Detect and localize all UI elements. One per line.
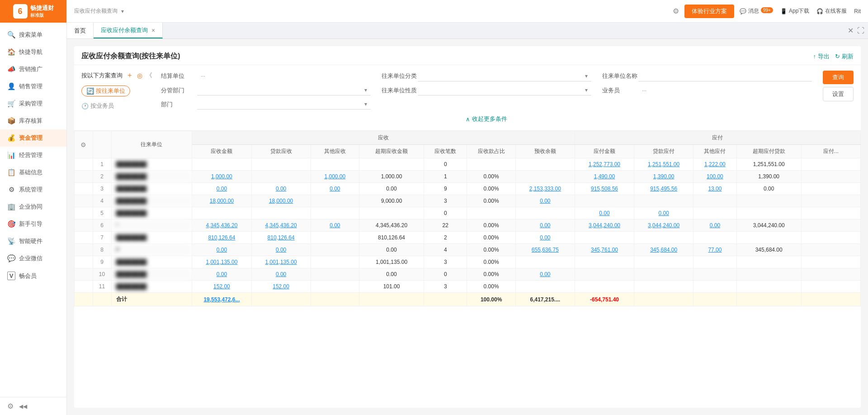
row-ap-other: 100.00: [693, 171, 736, 183]
app-download-button[interactable]: 📱 App下载: [780, 7, 809, 15]
export-button[interactable]: ↑ 导出: [813, 52, 830, 61]
salesperson-dots[interactable]: ···: [638, 86, 812, 95]
sidebar-item-marketing[interactable]: 📣 营销推广: [0, 61, 66, 78]
settlement-unit-dots[interactable]: ···: [197, 71, 371, 81]
row-ar-overdue: 1,000.00: [359, 171, 424, 183]
row-unit: P: [111, 244, 192, 256]
sidebar-item-label: 搜索菜单: [19, 31, 42, 39]
row-ar-other: [311, 281, 359, 293]
row-ar-loan: [251, 207, 311, 219]
tab-close-all-icon[interactable]: ✕: [848, 26, 854, 35]
sidebar-item-basic-info[interactable]: 📋 基础信息: [0, 164, 66, 181]
scheme-by-staff[interactable]: 🕐 按业务员: [81, 102, 154, 110]
table-row: 8 P 0.00 0.00 0.00 4 0.00% 655,636.75 34…: [75, 244, 861, 256]
row-ar-prepay: [515, 171, 575, 183]
seq-header: [93, 131, 111, 158]
unit-nature-label: 往来单位性质: [382, 86, 418, 95]
header-settings-icon[interactable]: ⚙: [673, 7, 679, 15]
page-header: 应收应付余额查询(按往来单位) ↑ 导出 ↻ 刷新: [74, 46, 861, 65]
scheme-by-unit[interactable]: 🔄 按往来单位: [81, 86, 130, 96]
row-ar-prepay: 0.00: [515, 232, 575, 244]
refresh-icon: ↻: [835, 53, 840, 60]
row-ap-col: [801, 268, 860, 281]
filter-add-icon[interactable]: ＋: [126, 71, 133, 80]
footer-settings-icon[interactable]: ⚙: [7, 402, 14, 410]
messages-button[interactable]: 💬 消息 99+: [740, 7, 773, 15]
unit-name-input[interactable]: [638, 71, 812, 81]
unit-category-chevron-icon: ▾: [585, 73, 588, 79]
row-ap-col: [801, 232, 860, 244]
row-ap-other: 13.00: [693, 183, 736, 195]
tab-close-icon[interactable]: ×: [151, 27, 155, 34]
table-container[interactable]: ⚙ 往来单位 应收 应付 应收金额 贷款应收 其他应收 超期应收金额 应收笔数 …: [74, 131, 861, 408]
row-unit: ████████: [111, 171, 192, 183]
tab-balance-query[interactable]: 应收应付余额查询 ×: [94, 23, 163, 38]
row-ar-overdue: 4,345,436.20: [359, 219, 424, 232]
industry-solution-button[interactable]: 体验行业方案: [684, 5, 734, 18]
dept-manager-select[interactable]: ▾: [197, 85, 371, 95]
ar-overdue-header: 超期应收金额: [359, 145, 424, 158]
row-ar-amount: [192, 158, 251, 171]
sidebar-item-enterprise[interactable]: 🏢 企业协同: [0, 198, 66, 215]
sidebar-item-finance[interactable]: 💰 资金管理: [0, 129, 66, 147]
row-settings: [75, 232, 93, 244]
filter-collapse-icon[interactable]: 《: [146, 72, 152, 80]
department-select[interactable]: ▾: [197, 99, 371, 110]
setting-button[interactable]: 设置: [823, 87, 854, 101]
sidebar-item-purchase[interactable]: 🛒 采购管理: [0, 95, 66, 112]
sidebar-item-operation[interactable]: 📊 经营管理: [0, 147, 66, 164]
sidebar-item-sales[interactable]: 👤 销售管理: [0, 78, 66, 95]
sidebar-item-wechat[interactable]: 💬 企业微信: [0, 250, 66, 267]
sidebar-item-quick-nav[interactable]: 🏠 快捷导航: [0, 43, 66, 61]
tab-home[interactable]: 首页: [67, 23, 94, 38]
sidebar-item-smart-hw[interactable]: 📡 智能硬件: [0, 233, 66, 250]
breadcrumb-chevron-icon[interactable]: ▾: [121, 8, 124, 14]
collapse-more-button[interactable]: ∧ 收起更多条件: [161, 113, 812, 125]
online-service-button[interactable]: 🎧 在线客服: [816, 7, 847, 15]
sidebar-item-label: 基础信息: [19, 168, 42, 176]
footer-ar-other: [311, 293, 359, 306]
row-seq: 1: [93, 158, 111, 171]
row-ap-loan: [634, 268, 693, 281]
row-ap-amount: [575, 268, 634, 281]
sidebar-item-search-menu[interactable]: 🔍 搜索菜单: [0, 26, 66, 43]
row-unit: ████████: [111, 281, 192, 293]
page-container: 应收应付余额查询(按往来单位) ↑ 导出 ↻ 刷新 按以下方案查询: [74, 46, 861, 408]
table-footer-row: 合计 19,553,472,6... 100.00% 6,417,215....…: [75, 293, 861, 306]
table-settings-icon[interactable]: ⚙: [80, 141, 86, 148]
footer-collapse-icon[interactable]: ◀◀: [19, 403, 27, 410]
payable-group-header: 应付: [575, 131, 860, 145]
tab-expand-icon[interactable]: ⛶: [857, 27, 864, 35]
row-ap-col: [801, 171, 860, 183]
row-ap-col: [801, 195, 860, 207]
footer-ar-ratio: 100.00%: [467, 293, 515, 306]
footer-ar-prepay: 6,417,215....: [515, 293, 575, 306]
filter-field-unit-nature: 往来单位性质 ▾: [382, 85, 591, 95]
query-button[interactable]: 查询: [823, 71, 854, 84]
refresh-button[interactable]: ↻ 刷新: [835, 52, 854, 61]
scheme-icon: 🔄: [86, 87, 94, 95]
sidebar-item-label: 销售管理: [19, 82, 42, 91]
filter-scheme-icon[interactable]: ◎: [137, 72, 142, 79]
sidebar-item-inventory[interactable]: 📦 库存核算: [0, 112, 66, 129]
unit-category-select[interactable]: ▾: [418, 71, 591, 81]
sidebar-item-member[interactable]: V 畅会员: [0, 267, 66, 285]
filter-field-unit-name: 往来单位名称: [602, 71, 812, 81]
sidebar-item-system[interactable]: ⚙ 系统管理: [0, 181, 66, 198]
row-ar-ratio: 0.00%: [467, 195, 515, 207]
export-label: 导出: [818, 52, 830, 61]
row-ar-other: 0.00: [311, 219, 359, 232]
row-ar-ratio: 0.00%: [467, 171, 515, 183]
sidebar-item-guide[interactable]: 🎯 新手引导: [0, 215, 66, 233]
row-ar-count: 0: [424, 268, 467, 281]
row-ap-amount: 1,490.00: [575, 171, 634, 183]
user-menu[interactable]: Rit: [854, 8, 861, 14]
row-ar-count: 1: [424, 171, 467, 183]
message-icon: 💬: [740, 8, 746, 14]
row-ar-other: [311, 256, 359, 268]
row-ar-amount: 0.00: [192, 183, 251, 195]
app-logo: 6 畅捷通财 标准版: [0, 0, 66, 23]
row-ap-other: [693, 207, 736, 219]
unit-nature-select[interactable]: ▾: [418, 85, 591, 95]
row-ap-overdue: [736, 207, 801, 219]
